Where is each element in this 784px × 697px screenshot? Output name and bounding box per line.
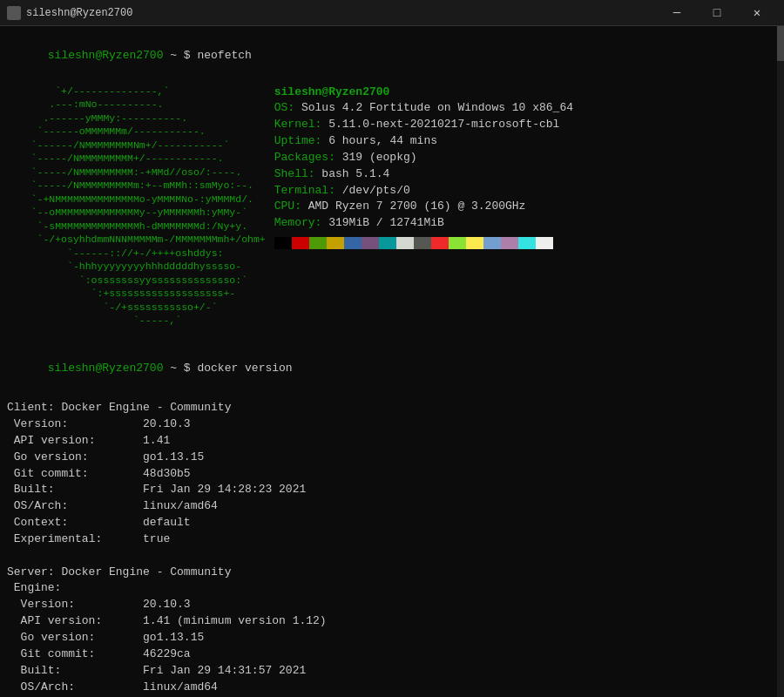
title-bar-left: sileshn@Ryzen2700 <box>7 6 132 20</box>
client-os: OS/Arch: linux/amd64 <box>7 498 777 515</box>
client-experimental: Experimental: true <box>7 531 777 548</box>
client-header: Client: Docker Engine - Community <box>7 400 777 416</box>
engine-os: OS/Arch: linux/amd64 <box>7 680 777 696</box>
info-os: OS: Solus 4.2 Fortitude on Windows 10 x8… <box>274 100 573 117</box>
close-button[interactable]: ✕ <box>737 0 777 26</box>
scrollbar-thumb[interactable] <box>777 26 784 61</box>
info-kernel: Kernel: 5.11.0-next-20210217-microsoft-c… <box>274 117 573 133</box>
color-swatch <box>327 237 344 249</box>
color-swatch <box>344 237 362 249</box>
client-git: Git commit: 48d30b5 <box>7 466 777 483</box>
color-swatch <box>536 237 553 249</box>
color-swatch <box>362 237 379 249</box>
engine-api: API version: 1.41 (minimum version 1.12) <box>7 613 777 630</box>
engine-version: Version: 20.10.3 <box>7 597 777 613</box>
info-terminal: Terminal: /dev/pts/0 <box>274 183 573 200</box>
info-shell: Shell: bash 5.1.4 <box>274 166 573 183</box>
info-packages: Packages: 319 (eopkg) <box>274 150 573 166</box>
engine-built: Built: Fri Jan 29 14:31:57 2021 <box>7 663 777 680</box>
prompt-line-1: sileshn@Ryzen2700 ~ $ neofetch <box>7 31 777 81</box>
window-title: sileshn@Ryzen2700 <box>26 7 132 19</box>
color-swatch <box>274 237 292 249</box>
scrollbar[interactable] <box>777 26 784 697</box>
maximize-button[interactable]: □ <box>697 0 737 26</box>
info-hostname: sileshn@Ryzen2700 <box>274 85 573 101</box>
client-go: Go version: go1.13.15 <box>7 450 777 466</box>
server-header: Server: Docker Engine - Community <box>7 565 777 581</box>
docker-output: Client: Docker Engine - Community Versio… <box>7 400 777 697</box>
cmd-2: ~ $ docker version <box>163 362 292 375</box>
color-swatch <box>501 237 518 249</box>
engine-git: Git commit: 46229ca <box>7 646 777 663</box>
neofetch-info: sileshn@Ryzen2700 OS: Solus 4.2 Fortitud… <box>274 85 573 328</box>
engine-go: Go version: go1.13.15 <box>7 630 777 646</box>
terminal-content: sileshn@Ryzen2700 ~ $ neofetch `+/------… <box>7 31 777 697</box>
color-swatches <box>274 237 573 249</box>
blank-line-2 <box>7 548 777 565</box>
user-host-2: sileshn@Ryzen2700 <box>48 362 164 375</box>
color-swatch <box>379 237 396 249</box>
color-swatch <box>309 237 327 249</box>
window-controls: ─ □ ✕ <box>657 0 777 26</box>
client-api: API version: 1.41 <box>7 433 777 450</box>
color-swatch <box>431 237 449 249</box>
ascii-art: `+/--------------,` .---:mNo----------. … <box>7 85 266 328</box>
client-version: Version: 20.10.3 <box>7 416 777 433</box>
user-host-1: sileshn@Ryzen2700 <box>48 49 164 62</box>
color-swatch <box>414 237 431 249</box>
client-context: Context: default <box>7 515 777 531</box>
color-swatch <box>466 237 483 249</box>
cmd-1: ~ $ neofetch <box>163 49 251 62</box>
color-swatch <box>449 237 466 249</box>
color-swatch <box>292 237 309 249</box>
color-swatch <box>518 237 536 249</box>
neofetch-output: `+/--------------,` .---:mNo----------. … <box>7 85 777 328</box>
blank-line-1 <box>7 328 777 344</box>
info-memory: Memory: 319MiB / 12741MiB <box>274 215 573 232</box>
color-swatch <box>396 237 414 249</box>
prompt-line-2: sileshn@Ryzen2700 ~ $ docker version <box>7 344 777 394</box>
info-cpu: CPU: AMD Ryzen 7 2700 (16) @ 3.200GHz <box>274 199 573 215</box>
engine-label: Engine: <box>7 580 777 597</box>
terminal-window[interactable]: sileshn@Ryzen2700 ~ $ neofetch `+/------… <box>0 26 784 697</box>
info-uptime: Uptime: 6 hours, 44 mins <box>274 133 573 150</box>
minimize-button[interactable]: ─ <box>657 0 697 26</box>
title-bar: sileshn@Ryzen2700 ─ □ ✕ <box>0 0 784 26</box>
color-swatch <box>483 237 501 249</box>
client-built: Built: Fri Jan 29 14:28:23 2021 <box>7 482 777 498</box>
terminal-icon <box>7 6 21 20</box>
